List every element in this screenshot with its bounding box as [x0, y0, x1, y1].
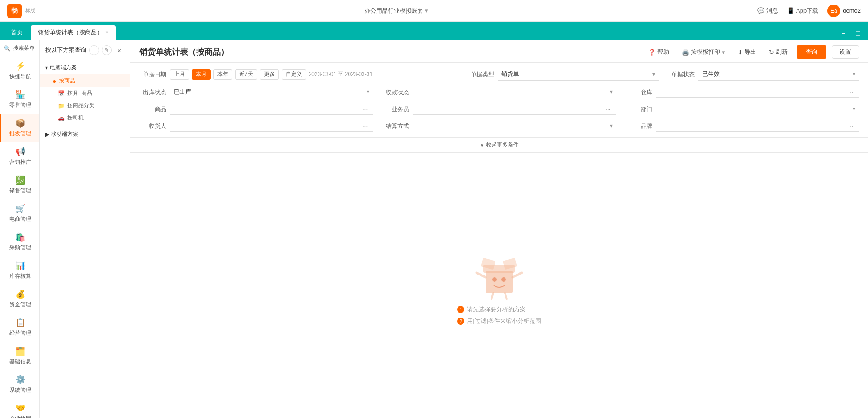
system-icon: ⚙️: [15, 375, 25, 385]
export-icon: ⬇: [738, 49, 743, 56]
receiver-label: 收货人: [139, 122, 166, 130]
date-more-btn[interactable]: 更多: [260, 69, 279, 80]
scheme-subitem-month-product[interactable]: 📅 按月+商品: [40, 87, 130, 100]
date-current-month-btn[interactable]: 本月: [192, 69, 211, 80]
outstatus-dropdown[interactable]: 已出库 ▾: [170, 86, 373, 98]
sidebar-item-ecommerce[interactable]: 🛒 电商管理: [0, 199, 39, 228]
scheme-edit-btn[interactable]: ✎: [102, 45, 112, 55]
retail-icon: 🏪: [15, 90, 25, 100]
brand-dots-icon[interactable]: ···: [846, 122, 855, 129]
tab-home[interactable]: 首页: [4, 25, 30, 40]
svg-line-7: [513, 273, 522, 277]
collapse-bar[interactable]: ∧ 收起更多条件: [130, 138, 868, 153]
sidebar-quick-nav[interactable]: ⚡ 快捷导航: [0, 57, 39, 85]
filter-product-field: 商品 ···: [139, 104, 373, 115]
wholesale-icon: 📦: [15, 118, 25, 128]
sidebar-item-retail[interactable]: 🏪 零售管理: [0, 85, 39, 114]
sidebar-item-wholesale[interactable]: 📦 批发管理: [0, 114, 39, 142]
sidebar-item-sales[interactable]: 💹 销售管理: [0, 171, 39, 199]
print-icon: 🖨️: [682, 49, 689, 56]
tab-minimize-btn[interactable]: －: [837, 27, 850, 40]
user-area[interactable]: Ea demo2: [827, 5, 861, 17]
doctype-dropdown[interactable]: 销货单 ▾: [498, 68, 658, 81]
sidebar-item-basic[interactable]: 🗂️ 基础信息: [0, 342, 39, 370]
refresh-btn[interactable]: ↻ 刷新: [765, 46, 791, 58]
quick-nav-icon: ⚡: [15, 61, 25, 71]
scheme-add-btn[interactable]: +: [89, 45, 99, 55]
scheme-subitem-cashier[interactable]: 🚗 按司机: [40, 112, 130, 124]
message-btn[interactable]: 💬 消息: [757, 7, 778, 15]
date-prev-month-btn[interactable]: 上月: [170, 69, 189, 80]
tab-active[interactable]: 销货单统计表（按商品） ×: [31, 25, 116, 40]
workspace-selector[interactable]: 办公用品行业模拟账套 ▾: [361, 5, 432, 17]
product-input[interactable]: ···: [170, 104, 373, 115]
scheme-group-mobile: ▶ 移动端方案: [40, 126, 130, 142]
left-panel: 按以下方案查询 + ✎ « ▾ 电脑端方案 ● 按商品 📅 按月+商品 📁: [40, 40, 130, 418]
warehouse-label: 仓库: [625, 88, 652, 96]
docstatus-dropdown[interactable]: 已生效 ▾: [698, 68, 859, 81]
purchase-icon: 🛍️: [15, 232, 25, 242]
date-custom-btn[interactable]: 自定义: [282, 69, 306, 80]
marketing-icon: 📢: [15, 147, 25, 157]
ecommerce-icon: 🛒: [15, 204, 25, 214]
svg-line-6: [476, 273, 486, 277]
print-arrow-icon: ▾: [722, 49, 725, 56]
filter-date-field: 单据日期 上月 本月 本年 近7天 更多 自定义 2023-03-01 至 20…: [139, 69, 458, 80]
active-indicator: ●: [52, 77, 56, 85]
basic-icon: 🗂️: [15, 346, 25, 356]
chevron-right-icon: ▶: [45, 131, 49, 138]
filter-row-2: 出库状态 已出库 ▾ 收款状态 ▾ 仓库: [139, 86, 859, 98]
sidebar-item-purchase[interactable]: 🛍️ 采购管理: [0, 228, 39, 256]
export-btn[interactable]: ⬇ 导出: [734, 46, 760, 58]
payment-dropdown[interactable]: ▾: [413, 87, 616, 97]
scheme-group-pc-title[interactable]: ▾ 电脑端方案: [40, 61, 130, 74]
scheme-item-by-product[interactable]: ● 按商品: [40, 74, 130, 87]
collapse-up-icon: ∧: [480, 142, 484, 148]
payment-label: 收款状态: [382, 88, 409, 96]
warehouse-input[interactable]: ···: [656, 86, 859, 98]
help-btn[interactable]: ❓ 帮助: [645, 46, 673, 58]
sidebar-item-system[interactable]: ⚙️ 系统管理: [0, 370, 39, 399]
product-dots-icon[interactable]: ···: [361, 105, 370, 113]
date-label: 单据日期: [139, 71, 166, 79]
svg-point-4: [492, 277, 497, 282]
date-7days-btn[interactable]: 近7天: [235, 69, 257, 80]
brand-label: 品牌: [625, 122, 652, 130]
sidebar-item-inventory[interactable]: 📊 库存核算: [0, 256, 39, 285]
settings-button[interactable]: 设置: [832, 45, 859, 59]
sales-icon: 💹: [15, 175, 25, 185]
sidebar-search-menu[interactable]: 🔍 搜索菜单: [0, 40, 39, 57]
empty-state: 1 请先选择要分析的方案 2 用[过滤]条件来缩小分析范围: [130, 153, 868, 418]
sidebar-item-operations[interactable]: 📋 经营管理: [0, 313, 39, 342]
doctype-label: 单据类型: [467, 71, 494, 79]
salesperson-dots-icon[interactable]: ···: [604, 105, 613, 113]
tab-bar: 首页 销货单统计表（按商品） × － □: [0, 22, 868, 40]
app-download-btn[interactable]: 📱 App下载: [787, 7, 818, 15]
scheme-subitem-category[interactable]: 📁 按商品分类: [40, 100, 130, 112]
template-print-btn[interactable]: 🖨️ 按模板打印 ▾: [678, 46, 729, 58]
brand-input[interactable]: ···: [656, 120, 859, 132]
sidebar-item-marketing[interactable]: 📢 营销推广: [0, 142, 39, 171]
inventory-icon: 📊: [15, 261, 25, 271]
docstatus-arrow-icon: ▾: [853, 71, 855, 77]
page-title: 销货单统计表（按商品）: [139, 47, 229, 57]
filter-receiver-field: 收货人 ···: [139, 120, 373, 132]
query-button[interactable]: 查询: [797, 45, 826, 59]
tab-maximize-btn[interactable]: □: [852, 27, 864, 40]
date-current-year-btn[interactable]: 本年: [213, 69, 232, 80]
receiver-input[interactable]: ···: [170, 120, 373, 132]
department-dropdown[interactable]: ▾: [656, 104, 859, 114]
scheme-group-mobile-title[interactable]: ▶ 移动端方案: [40, 128, 130, 141]
tab-close-icon[interactable]: ×: [105, 29, 108, 36]
settle-dropdown[interactable]: ▾: [413, 121, 616, 131]
scheme-collapse-btn[interactable]: «: [114, 45, 124, 55]
warehouse-dots-icon[interactable]: ···: [846, 88, 855, 95]
sidebar-item-enterprise[interactable]: 🤝 企业协同: [0, 399, 39, 418]
receiver-dots-icon[interactable]: ···: [361, 122, 370, 129]
salesperson-input[interactable]: ···: [413, 104, 616, 115]
outstatus-label: 出库状态: [139, 88, 166, 96]
sidebar-item-finance[interactable]: 💰 资金管理: [0, 285, 39, 313]
filter-area: 单据日期 上月 本月 本年 近7天 更多 自定义 2023-03-01 至 20…: [130, 63, 868, 138]
department-label: 部门: [625, 105, 652, 114]
calendar-icon: 📅: [58, 90, 65, 97]
